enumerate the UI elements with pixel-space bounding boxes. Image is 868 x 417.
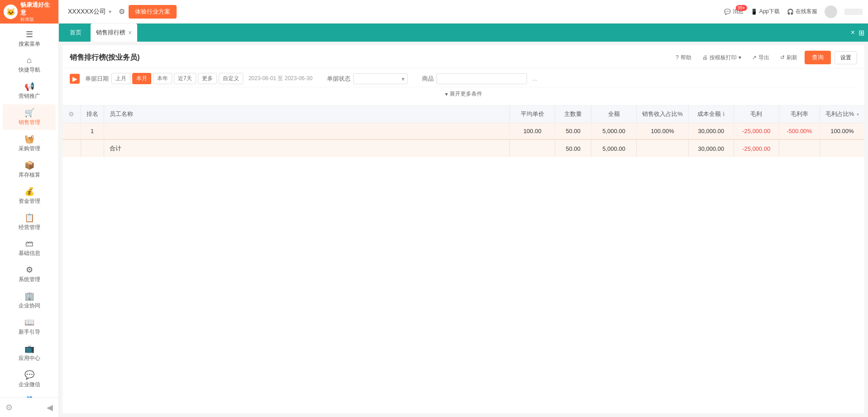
wechat-icon: 💬 xyxy=(24,370,34,380)
sidebar-item-search-label: 搜索菜单 xyxy=(19,40,40,48)
table-header: ⚙ 排名 员工名称 平均单价 主数量 全额 销售收入占比% 成本全额 ℹ 毛利 … xyxy=(62,105,864,123)
row-rank: 1 xyxy=(81,123,104,140)
more-button[interactable]: 更多 xyxy=(198,73,217,84)
base-info-icon: 🗃 xyxy=(25,239,34,249)
goods-input[interactable] xyxy=(436,73,527,84)
table-container: ⚙ 排名 员工名称 平均单价 主数量 全额 销售收入占比% 成本全额 ℹ 毛利 … xyxy=(62,105,864,413)
export-icon: ↗ xyxy=(752,54,757,61)
sidebar-item-app-center[interactable]: 📺 应用中心 xyxy=(3,340,56,366)
print-button[interactable]: 🖨 按模板打印 ▾ xyxy=(699,52,745,63)
sidebar-item-search[interactable]: ☰ 搜索菜单 xyxy=(3,26,56,52)
query-button[interactable]: 查询 xyxy=(805,51,831,64)
sidebar-item-inventory[interactable]: 📦 库存核算 xyxy=(3,157,56,182)
sidebar-item-member[interactable]: 🏅 畅会员 xyxy=(3,393,56,398)
row-name xyxy=(104,123,510,140)
sidebar-item-sales-label: 销售管理 xyxy=(19,119,40,126)
refresh-label: 刷新 xyxy=(786,54,797,62)
tab-home[interactable]: 首页 xyxy=(62,24,89,42)
status-filter: 单据状态 xyxy=(327,73,408,84)
search-menu-icon: ☰ xyxy=(26,29,33,39)
sidebar-item-system-label: 系统管理 xyxy=(19,276,40,283)
settings-footer-icon[interactable]: ⚙ xyxy=(5,403,13,412)
sidebar: 🐱 畅康通好生意 标准版 ☰ 搜索菜单 ⌂ 快捷导航 📢 营销推广 🛒 销售管理… xyxy=(0,0,59,417)
last7-button[interactable]: 近7天 xyxy=(174,73,196,84)
sidebar-item-base-info[interactable]: 🗃 基础信息 xyxy=(3,235,56,261)
topbar-right: 💬 消息 99+ 📱 App下载 🎧 在线客服 xyxy=(724,5,863,18)
page-header: 销售排行榜(按业务员) ? 帮助 🖨 按模板打印 ▾ ↗ 导出 xyxy=(62,45,864,68)
table-footer: 合计 50.00 5,000.00 30,000.00 -25,000.00 xyxy=(62,139,864,157)
last-month-button[interactable]: 上月 xyxy=(111,73,130,84)
filter-section: ▶ 单据日期 上月 本月 本年 近7天 更多 自定义 2023-06 xyxy=(62,68,864,105)
th-settings[interactable]: ⚙ xyxy=(62,105,81,123)
sidebar-item-marketing-label: 营销推广 xyxy=(19,92,40,100)
help-button[interactable]: ? 帮助 xyxy=(672,52,695,63)
message-item[interactable]: 💬 消息 99+ xyxy=(724,8,743,15)
more-options-dots[interactable]: ... xyxy=(532,76,537,82)
cost-info-icon: ℹ xyxy=(723,111,725,117)
date-filter: 单据日期 上月 本月 本年 近7天 更多 自定义 xyxy=(85,73,243,84)
tab-bar-right: × ⊞ xyxy=(851,29,864,37)
logo-icon: 🐱 xyxy=(4,5,18,19)
app-download-icon: 📱 xyxy=(751,9,758,15)
sidebar-item-enterprise[interactable]: 🏢 企业协同 xyxy=(3,288,56,313)
sidebar-item-sales[interactable]: 🛒 销售管理 xyxy=(3,104,56,130)
this-month-button[interactable]: 本月 xyxy=(132,73,151,84)
sidebar-item-system[interactable]: ⚙ 系统管理 xyxy=(3,261,56,287)
row-settings xyxy=(62,123,81,140)
footer-avg xyxy=(510,139,555,157)
app-center-icon: 📺 xyxy=(24,344,34,354)
settings-button[interactable]: 设置 xyxy=(834,51,857,64)
tab-minimize-icon[interactable]: × xyxy=(851,29,855,37)
export-button[interactable]: ↗ 导出 xyxy=(748,52,773,63)
sidebar-item-quick-nav[interactable]: ⌂ 快捷导航 xyxy=(3,52,56,77)
sidebar-item-quick-nav-label: 快捷导航 xyxy=(19,66,40,74)
goods-label: 商品 xyxy=(422,75,434,83)
date-label: 单据日期 xyxy=(85,75,109,83)
collapse-sidebar-icon[interactable]: ◀ xyxy=(47,403,53,412)
this-year-button[interactable]: 本年 xyxy=(153,73,172,84)
topbar-settings-icon[interactable]: ⚙ xyxy=(119,7,125,16)
sidebar-item-wechat[interactable]: 💬 企业微信 xyxy=(3,366,56,392)
footer-cost: 30,000.00 xyxy=(688,139,734,157)
column-settings-icon[interactable]: ⚙ xyxy=(68,110,74,118)
trial-button[interactable]: 体验行业方案 xyxy=(129,5,177,19)
main-area: XXXXXX公司 ▾ ⚙ 体验行业方案 💬 消息 99+ 📱 App下载 🎧 在… xyxy=(59,0,868,417)
status-label: 单据状态 xyxy=(327,75,350,83)
table-row: 1 100.00 50.00 5,000.00 100.00% 30,000.0… xyxy=(62,123,864,140)
online-support-icon: 🎧 xyxy=(787,9,794,15)
refresh-button[interactable]: ↺ 刷新 xyxy=(777,52,801,63)
th-avg-price: 平均单价 xyxy=(510,105,555,123)
sidebar-item-marketing[interactable]: 📢 营销推广 xyxy=(3,78,56,104)
sidebar-item-purchase-label: 采购管理 xyxy=(19,145,40,153)
guide-icon: 📖 xyxy=(24,317,34,327)
home-icon: ⌂ xyxy=(27,56,32,65)
row-amount: 5,000.00 xyxy=(591,123,637,140)
company-selector[interactable]: XXXXXX公司 ▾ xyxy=(64,6,115,18)
status-select[interactable] xyxy=(353,73,408,84)
online-support-item[interactable]: 🎧 在线客服 xyxy=(787,8,817,15)
app-download-item[interactable]: 📱 App下载 xyxy=(751,8,780,15)
th-qty: 主数量 xyxy=(555,105,591,123)
expand-more-label: 展开更多条件 xyxy=(450,90,482,98)
sidebar-item-operations[interactable]: 📋 经营管理 xyxy=(3,209,56,235)
tab-sales-ranking[interactable]: 销售排行榜 × xyxy=(91,24,137,42)
expand-more-row[interactable]: ▾ 展开更多条件 xyxy=(70,87,857,101)
sidebar-item-purchase[interactable]: 🧺 采购管理 xyxy=(3,130,56,156)
sidebar-item-guide[interactable]: 📖 新手引导 xyxy=(3,314,56,340)
custom-button[interactable]: 自定义 xyxy=(219,73,243,84)
operations-icon: 📋 xyxy=(24,213,34,223)
filter-toggle-button[interactable]: ▶ xyxy=(70,74,80,84)
footer-gross-pct xyxy=(820,139,864,157)
print-dropdown-icon: ▾ xyxy=(739,54,741,61)
content-area: 销售排行榜(按业务员) ? 帮助 🖨 按模板打印 ▾ ↗ 导出 xyxy=(59,42,868,417)
sidebar-item-base-info-label: 基础信息 xyxy=(19,249,40,257)
sidebar-item-finance[interactable]: 💰 资金管理 xyxy=(3,183,56,209)
tab-close-icon[interactable]: × xyxy=(128,29,132,36)
footer-gross-rate xyxy=(779,139,820,157)
help-icon: ? xyxy=(676,54,679,61)
tab-maximize-icon[interactable]: ⊞ xyxy=(858,29,864,37)
row-avg-price: 100.00 xyxy=(510,123,555,140)
user-avatar[interactable] xyxy=(825,5,837,18)
page-actions: ? 帮助 🖨 按模板打印 ▾ ↗ 导出 ↺ 刷新 xyxy=(672,51,857,64)
message-icon: 💬 xyxy=(724,9,731,15)
